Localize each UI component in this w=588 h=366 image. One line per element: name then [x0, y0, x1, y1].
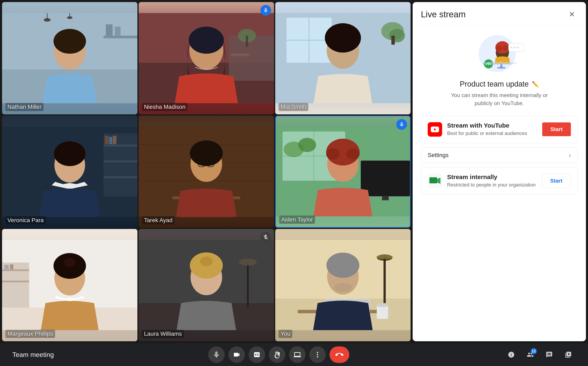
svg-point-107 [495, 46, 502, 51]
youtube-icon [428, 122, 442, 137]
meeting-name: Product team update [460, 80, 529, 88]
participant-video [2, 116, 137, 228]
svg-rect-73 [4, 265, 9, 269]
svg-point-77 [64, 258, 76, 267]
present-button[interactable] [289, 346, 306, 363]
svg-point-113 [482, 62, 517, 65]
svg-point-43 [63, 143, 77, 153]
participant-video [2, 229, 137, 341]
svg-point-31 [329, 30, 343, 41]
activities-button[interactable] [561, 347, 576, 362]
chevron-right-icon: › [569, 152, 571, 159]
svg-point-67 [346, 148, 360, 159]
svg-rect-38 [105, 136, 109, 144]
close-panel-button[interactable]: ✕ [566, 9, 578, 20]
livestream-illustration [470, 32, 528, 73]
stream-internal-header: Stream internally Restricted to people i… [428, 174, 571, 188]
participant-name: Margeaux Phillips [5, 330, 55, 338]
end-call-button[interactable] [329, 346, 349, 363]
svg-rect-74 [10, 264, 13, 269]
youtube-start-button[interactable]: Start [542, 122, 571, 136]
participant-video [2, 2, 137, 114]
svg-point-84 [200, 257, 212, 267]
svg-rect-103 [497, 67, 505, 69]
svg-point-117 [317, 352, 318, 353]
svg-rect-16 [229, 36, 274, 81]
video-tile: Nathan Miller [2, 2, 137, 114]
participant-name: Nathan Miller [5, 103, 44, 111]
mic-button[interactable] [208, 346, 225, 363]
svg-point-96 [326, 253, 359, 278]
mic-muted-indicator [260, 232, 271, 243]
video-tile: Mia Smith [275, 2, 411, 114]
participant-name: Aiden Taylor [279, 216, 315, 224]
svg-point-112 [517, 46, 519, 48]
camera-button[interactable] [228, 346, 245, 363]
svg-point-55 [190, 140, 223, 166]
video-tile-self: You [275, 229, 411, 341]
illustration-container [421, 32, 578, 73]
video-tile-active: Aiden Taylor [275, 116, 411, 228]
toolbar-center [208, 346, 349, 363]
participant-video [276, 116, 410, 227]
svg-rect-87 [384, 258, 386, 303]
participant-video [275, 229, 411, 341]
more-options-button[interactable] [309, 346, 326, 363]
svg-rect-93 [377, 305, 388, 319]
panel-header: Live stream ✕ [413, 2, 586, 25]
stream-internal-card: Stream internally Restricted to people i… [421, 167, 578, 195]
stream-youtube-card: Stream with YouTube Best for public or e… [421, 116, 578, 143]
svg-point-97 [334, 283, 352, 292]
svg-point-89 [376, 255, 394, 259]
participant-name: You [279, 330, 292, 338]
svg-rect-17 [231, 53, 249, 56]
svg-point-119 [317, 356, 318, 358]
svg-rect-3 [106, 24, 113, 36]
svg-rect-40 [113, 136, 116, 144]
svg-point-13 [54, 29, 86, 53]
svg-rect-80 [247, 263, 249, 308]
captions-button[interactable] [249, 346, 265, 363]
svg-rect-63 [382, 196, 389, 200]
toolbar-left: Team meeting [12, 351, 54, 358]
svg-rect-36 [103, 160, 137, 162]
participant-name: Tarek Ayad [142, 216, 174, 224]
svg-point-81 [239, 259, 257, 266]
svg-rect-35 [103, 145, 137, 146]
participant-video [139, 229, 274, 341]
meeting-title: Team meeting [12, 351, 54, 358]
edit-meeting-name-icon[interactable]: ✏️ [532, 81, 539, 88]
info-button[interactable] [504, 347, 519, 362]
svg-point-32 [343, 29, 357, 40]
svg-rect-4 [115, 27, 120, 36]
participants-button[interactable]: 12 [523, 347, 538, 362]
svg-rect-72 [2, 281, 29, 282]
stream-youtube-header: Stream with YouTube Best for public or e… [428, 122, 571, 137]
svg-rect-116 [430, 178, 437, 183]
video-tile: Margeaux Phillips [2, 229, 137, 341]
svg-rect-62 [361, 160, 410, 196]
settings-label: Settings [428, 152, 448, 159]
stream-youtube-info: Stream with YouTube Best for public or e… [447, 122, 527, 137]
svg-rect-2 [103, 36, 137, 38]
stream-youtube-left: Stream with YouTube Best for public or e… [428, 122, 527, 137]
participant-video [139, 2, 274, 114]
svg-point-21 [189, 27, 224, 53]
stream-description: You can stream this meeting internally o… [421, 91, 578, 107]
settings-row[interactable]: Settings › [421, 147, 578, 163]
live-stream-panel: Live stream ✕ [413, 2, 586, 341]
participant-count-badge: 12 [531, 348, 537, 354]
participant-name: Mia Smith [279, 103, 308, 111]
svg-rect-37 [103, 176, 137, 178]
panel-body: Product team update ✏️ You can stream th… [413, 25, 586, 341]
panel-title: Live stream [421, 9, 466, 19]
raise-hand-button[interactable] [269, 346, 285, 363]
svg-rect-19 [246, 36, 248, 47]
youtube-stream-desc: Best for public or external audiences [447, 130, 527, 137]
chat-button[interactable] [542, 347, 557, 362]
participant-name: Laura Williams [142, 330, 184, 338]
internal-start-button[interactable]: Start [542, 174, 571, 188]
video-tile: Laura Williams [139, 229, 274, 341]
svg-point-118 [317, 354, 318, 355]
video-tile: Niesha Madison [139, 2, 274, 114]
